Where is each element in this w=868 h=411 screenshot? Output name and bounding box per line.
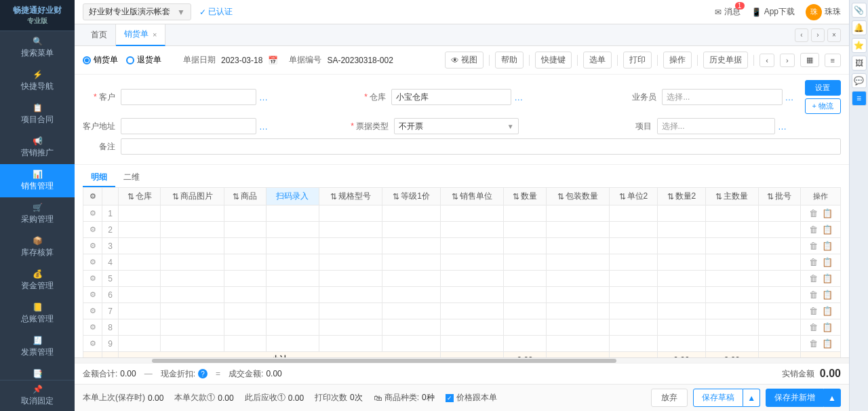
- cell-price1[interactable]: [382, 238, 440, 254]
- cell-spec[interactable]: [319, 319, 382, 336]
- sidebar-item-cancel-pin[interactable]: 📌 取消固定: [0, 380, 75, 411]
- row-delete-btn[interactable]: 🗑: [808, 224, 818, 235]
- save-draft-btn[interactable]: 保存草稿: [693, 389, 743, 407]
- row-delete-btn[interactable]: 🗑: [808, 240, 818, 252]
- cell-spec[interactable]: [319, 336, 382, 352]
- horizontal-scrollbar[interactable]: [75, 357, 849, 363]
- help-btn[interactable]: 帮助: [495, 52, 524, 68]
- cell-price1[interactable]: [382, 254, 440, 271]
- cell-qty[interactable]: [504, 206, 546, 222]
- cell-unit[interactable]: [441, 287, 504, 303]
- col-qty[interactable]: ⇅数量: [504, 188, 546, 206]
- cell-image[interactable]: [161, 319, 224, 336]
- cell-pkg[interactable]: [546, 303, 609, 319]
- customer-input[interactable]: [121, 89, 256, 105]
- cell-pkg[interactable]: [546, 287, 609, 303]
- list-view-btn[interactable]: ≡: [825, 54, 841, 67]
- cell-barcode[interactable]: [267, 222, 319, 238]
- tab-home[interactable]: 首页: [83, 24, 116, 46]
- print-btn[interactable]: 打印: [623, 52, 652, 68]
- cell-batch[interactable]: [758, 206, 800, 222]
- cell-goods[interactable]: [224, 222, 266, 238]
- cell-unit2[interactable]: [609, 287, 657, 303]
- sidebar-item-销售管理[interactable]: 📊销售管理: [0, 164, 75, 197]
- right-icon-3[interactable]: ⭐: [852, 38, 867, 53]
- row-settings[interactable]: ⚙: [83, 271, 102, 287]
- cell-unit2[interactable]: [609, 222, 657, 238]
- tab-prev-btn[interactable]: ‹: [795, 28, 808, 42]
- right-icon-active[interactable]: ≡: [852, 91, 867, 106]
- tab-close-icon[interactable]: ×: [153, 31, 157, 39]
- cell-barcode[interactable]: [267, 303, 319, 319]
- cell-warehouse[interactable]: [119, 336, 161, 352]
- cell-price1[interactable]: [382, 271, 440, 287]
- cell-image[interactable]: [161, 271, 224, 287]
- col-batch[interactable]: ⇅批号: [758, 188, 800, 206]
- cell-main-qty[interactable]: [705, 336, 758, 352]
- cell-unit2[interactable]: [609, 206, 657, 222]
- cell-qty2[interactable]: [657, 222, 705, 238]
- cell-pkg[interactable]: [546, 222, 609, 238]
- col-goods[interactable]: ⇅商品: [224, 188, 266, 206]
- notes-input[interactable]: [121, 138, 841, 155]
- sidebar-item-搜索菜单[interactable]: 🔍搜索菜单: [0, 31, 75, 64]
- cell-main-qty[interactable]: [705, 319, 758, 336]
- cell-main-qty[interactable]: [705, 254, 758, 271]
- cell-qty2[interactable]: [657, 336, 705, 352]
- cell-main-qty[interactable]: [705, 238, 758, 254]
- right-icon-4[interactable]: 🖼: [852, 56, 867, 71]
- cell-barcode[interactable]: [267, 206, 319, 222]
- row-copy-btn[interactable]: 📋: [821, 256, 833, 268]
- tab-sales-order[interactable]: 销货单 ×: [116, 24, 165, 46]
- cell-unit[interactable]: [441, 238, 504, 254]
- cell-pkg[interactable]: [546, 271, 609, 287]
- row-settings[interactable]: ⚙: [83, 222, 102, 238]
- cell-barcode[interactable]: [267, 238, 319, 254]
- tab-close-btn[interactable]: ×: [827, 28, 841, 42]
- cell-goods[interactable]: [224, 319, 266, 336]
- message-btn[interactable]: ✉ 消息 1: [715, 6, 741, 18]
- cell-warehouse[interactable]: [119, 238, 161, 254]
- cell-barcode[interactable]: [267, 254, 319, 271]
- cell-warehouse[interactable]: [119, 319, 161, 336]
- prev-order-btn[interactable]: ‹: [760, 54, 774, 67]
- cell-batch[interactable]: [758, 287, 800, 303]
- right-icon-1[interactable]: 📎: [852, 3, 867, 18]
- company-selector[interactable]: 好业财专业版演示帐套 ▼: [83, 3, 191, 20]
- discard-btn[interactable]: 放弃: [651, 389, 688, 407]
- invoice-select[interactable]: 不开票 ▼: [394, 118, 518, 134]
- cell-image[interactable]: [161, 287, 224, 303]
- sidebar-item-库存核算[interactable]: 📦库存核算: [0, 231, 75, 264]
- col-pkg[interactable]: ⇅包装数量: [546, 188, 609, 206]
- right-icon-5[interactable]: 💬: [852, 73, 867, 88]
- row-settings[interactable]: ⚙: [83, 206, 102, 222]
- cell-batch[interactable]: [758, 271, 800, 287]
- cell-image[interactable]: [161, 222, 224, 238]
- cell-unit[interactable]: [441, 336, 504, 352]
- cell-goods[interactable]: [224, 336, 266, 352]
- sidebar-item-项目合同[interactable]: 📋项目合同: [0, 98, 75, 131]
- row-delete-btn[interactable]: 🗑: [808, 305, 818, 317]
- cell-batch[interactable]: [758, 336, 800, 352]
- cell-warehouse[interactable]: [119, 303, 161, 319]
- cell-spec[interactable]: [319, 238, 382, 254]
- col-barcode[interactable]: 扫码录入: [267, 188, 319, 206]
- row-delete-btn[interactable]: 🗑: [808, 256, 818, 268]
- save-draft-arrow[interactable]: ▲: [743, 389, 760, 407]
- cell-main-qty[interactable]: [705, 287, 758, 303]
- sidebar-item-税务管理[interactable]: 📑税务管理: [0, 364, 75, 380]
- project-more-btn[interactable]: …: [778, 121, 787, 132]
- cell-warehouse[interactable]: [119, 271, 161, 287]
- cell-unit2[interactable]: [609, 336, 657, 352]
- row-settings[interactable]: ⚙: [83, 303, 102, 319]
- settings-col-header[interactable]: ⚙: [83, 188, 102, 206]
- cell-unit2[interactable]: [609, 271, 657, 287]
- cell-main-qty[interactable]: [705, 206, 758, 222]
- warehouse-more-btn[interactable]: …: [514, 92, 523, 102]
- cell-qty2[interactable]: [657, 287, 705, 303]
- cell-spec[interactable]: [319, 222, 382, 238]
- cell-price1[interactable]: [382, 336, 440, 352]
- cell-price1[interactable]: [382, 222, 440, 238]
- cell-main-qty[interactable]: [705, 222, 758, 238]
- calendar-icon[interactable]: 📅: [268, 56, 278, 65]
